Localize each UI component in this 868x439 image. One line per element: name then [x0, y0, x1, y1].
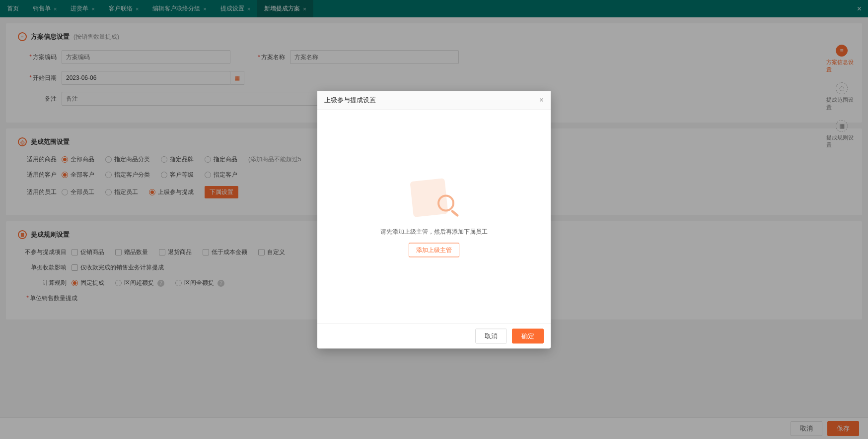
modal-message: 请先添加上级主管，然后再添加下属员工: [380, 227, 488, 236]
modal-title: 上级参与提成设置: [324, 96, 376, 105]
modal-ok-button[interactable]: 确定: [512, 328, 544, 343]
empty-illustration: [407, 176, 461, 220]
add-supervisor-button[interactable]: 添加上级主管: [409, 243, 459, 257]
supervisor-modal: 上级参与提成设置 × 请先添加上级主管，然后再添加下属员工 添加上级主管 取消 …: [317, 91, 551, 348]
modal-close-icon[interactable]: ×: [539, 96, 544, 105]
modal-cancel-button[interactable]: 取消: [475, 328, 507, 343]
